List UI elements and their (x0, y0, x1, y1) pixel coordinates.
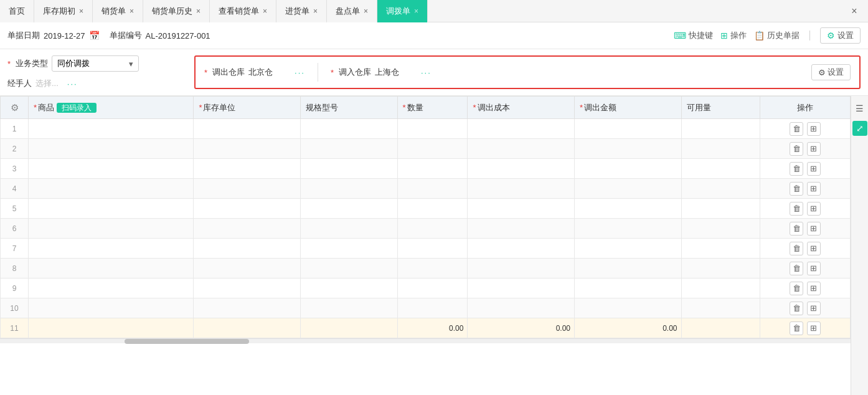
cell-unit-2[interactable] (194, 139, 301, 159)
scrollbar-thumb[interactable] (125, 339, 249, 344)
horizontal-scrollbar[interactable] (0, 338, 851, 343)
cell-product-3[interactable] (29, 159, 194, 179)
cell-amount-2[interactable] (575, 139, 682, 159)
cell-unit-5[interactable] (194, 199, 301, 219)
cell-cost-7[interactable] (468, 239, 575, 259)
cell-spec-8[interactable] (300, 259, 397, 278)
cell-cost-2[interactable] (468, 139, 575, 159)
cell-spec-10[interactable] (300, 298, 397, 318)
cell-unit-9[interactable] (194, 278, 301, 298)
cell-qty-4[interactable] (397, 179, 468, 199)
cell-product-6[interactable] (29, 219, 194, 239)
warehouse-in-value[interactable]: 上海仓 (375, 67, 412, 78)
copy-icon-4[interactable]: ⊞ (807, 182, 821, 196)
delete-icon-9[interactable]: 🗑 (790, 282, 803, 295)
delete-icon-10[interactable]: 🗑 (790, 302, 803, 315)
cell-unit-8[interactable] (194, 259, 301, 278)
scan-badge[interactable]: 扫码录入 (57, 103, 97, 113)
history-button[interactable]: 📋 历史单据 (754, 30, 800, 41)
cell-cost-8[interactable] (468, 259, 575, 278)
copy-icon-5[interactable]: ⊞ (807, 202, 821, 216)
tab-sales-order-close[interactable]: × (130, 7, 134, 16)
tab-view-sales-close[interactable]: × (263, 7, 267, 16)
person-placeholder[interactable]: 选择... (35, 78, 59, 89)
cell-unit-4[interactable] (194, 179, 301, 199)
delete-icon[interactable]: 🗑 (790, 321, 803, 335)
cell-amount-7[interactable] (575, 239, 682, 259)
tab-inventory-init[interactable]: 库存期初 × (34, 0, 93, 22)
cell-spec-1[interactable] (300, 119, 397, 139)
tab-transfer[interactable]: 调拨单 × (377, 0, 428, 22)
gear-settings-icon[interactable]: ⚙ (6, 99, 23, 117)
cell-qty-6[interactable] (397, 219, 468, 239)
delete-icon-3[interactable]: 🗑 (790, 162, 803, 176)
cell-product-9[interactable] (29, 278, 194, 298)
operations-button[interactable]: ⊞ 操作 (720, 30, 747, 41)
cell-spec-5[interactable] (300, 199, 397, 219)
cell-amount-6[interactable] (575, 219, 682, 239)
business-type-select[interactable]: 同价调拨 ▾ (52, 55, 139, 72)
cell-qty-8[interactable] (397, 259, 468, 278)
cell-qty-5[interactable] (397, 199, 468, 219)
cell-qty-2[interactable] (397, 139, 468, 159)
warehouse-out-value[interactable]: 北京仓 (248, 67, 286, 78)
tab-inventory-check[interactable]: 盘点单 × (327, 0, 377, 22)
copy-icon-2[interactable]: ⊞ (807, 142, 821, 156)
cell-unit-7[interactable] (194, 239, 301, 259)
tab-sales-history[interactable]: 销货单历史 × (143, 0, 210, 22)
cell-product-5[interactable] (29, 199, 194, 219)
sidebar-expand-icon[interactable]: ⤢ (852, 121, 867, 136)
cell-product-2[interactable] (29, 139, 194, 159)
cell-spec-6[interactable] (300, 219, 397, 239)
delete-icon-2[interactable]: 🗑 (790, 142, 803, 156)
cell-amount-8[interactable] (575, 259, 682, 278)
cell-amount-10[interactable] (575, 298, 682, 318)
cell-cost-6[interactable] (468, 219, 575, 239)
warehouse-out-dots[interactable]: ··· (295, 68, 305, 77)
warehouse-settings-button[interactable]: ⚙ 设置 (811, 64, 851, 80)
tab-inventory-check-close[interactable]: × (364, 7, 368, 16)
delete-icon-7[interactable]: 🗑 (790, 242, 803, 255)
cell-unit-10[interactable] (194, 298, 301, 318)
delete-icon-5[interactable]: 🗑 (790, 202, 803, 216)
cell-amount-9[interactable] (575, 278, 682, 298)
tab-transfer-close[interactable]: × (414, 7, 418, 16)
tab-home[interactable]: 首页 (0, 0, 34, 22)
cell-spec-3[interactable] (300, 159, 397, 179)
cell-spec-9[interactable] (300, 278, 397, 298)
tab-inventory-init-close[interactable]: × (79, 7, 83, 16)
copy-icon[interactable]: ⊞ (807, 321, 821, 335)
copy-icon-9[interactable]: ⊞ (807, 282, 821, 295)
cell-qty-1[interactable] (397, 119, 468, 139)
cell-product-10[interactable] (29, 298, 194, 318)
tab-sales-history-close[interactable]: × (196, 7, 200, 16)
cell-product-4[interactable] (29, 179, 194, 199)
cell-unit-6[interactable] (194, 219, 301, 239)
cell-qty-10[interactable] (397, 298, 468, 318)
column-gear[interactable]: ⚙ (1, 97, 29, 119)
cell-qty-9[interactable] (397, 278, 468, 298)
copy-icon-7[interactable]: ⊞ (807, 242, 821, 255)
cell-unit-3[interactable] (194, 159, 301, 179)
cell-spec-2[interactable] (300, 139, 397, 159)
person-dots[interactable]: ··· (67, 79, 78, 88)
cell-spec-4[interactable] (300, 179, 397, 199)
tab-sales-order[interactable]: 销货单 × (93, 0, 143, 22)
tab-purchase-order-close[interactable]: × (313, 7, 318, 16)
delete-icon-8[interactable]: 🗑 (790, 262, 803, 275)
tab-purchase-order[interactable]: 进货单 × (276, 0, 327, 22)
cell-product-7[interactable] (29, 239, 194, 259)
cell-cost-9[interactable] (468, 278, 575, 298)
shortcuts-button[interactable]: ⌨ 快捷键 (674, 30, 713, 41)
cell-cost-3[interactable] (468, 159, 575, 179)
copy-icon-8[interactable]: ⊞ (807, 262, 821, 275)
tab-view-sales[interactable]: 查看销货单 × (210, 0, 276, 22)
cell-cost-10[interactable] (468, 298, 575, 318)
cell-cost-4[interactable] (468, 179, 575, 199)
cell-unit-1[interactable] (194, 119, 301, 139)
cell-amount-3[interactable] (575, 159, 682, 179)
copy-icon-3[interactable]: ⊞ (807, 162, 821, 176)
copy-icon-6[interactable]: ⊞ (807, 222, 821, 236)
delete-icon-4[interactable]: 🗑 (790, 182, 803, 196)
cell-amount-5[interactable] (575, 199, 682, 219)
